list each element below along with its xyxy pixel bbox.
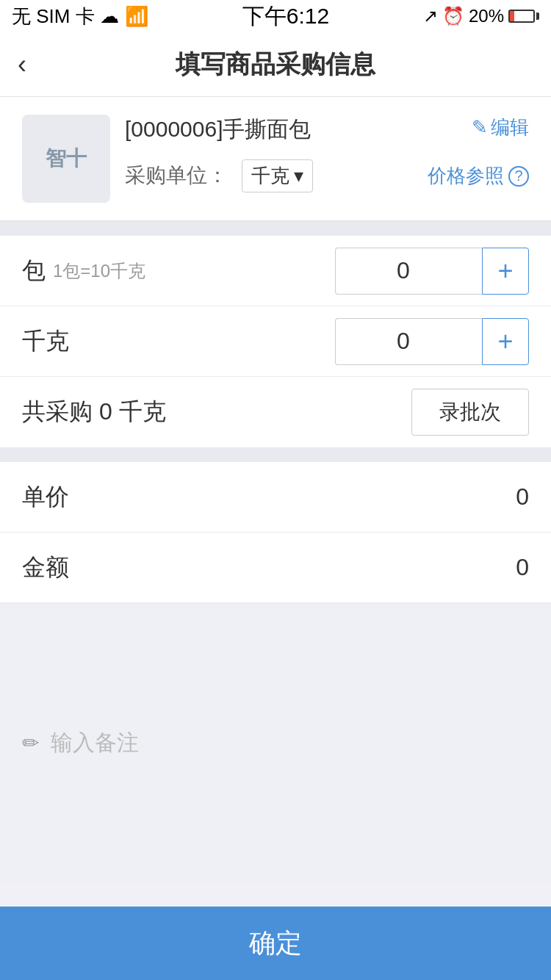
- unit-label-wrap: 采购单位： 千克 ▾: [125, 159, 313, 192]
- product-name-row: [0000006]手撕面包 ✎ 编辑: [125, 115, 529, 145]
- back-button[interactable]: ‹: [18, 49, 26, 80]
- price-section: 单价 0 金额 0: [0, 462, 551, 603]
- confirm-button[interactable]: 确定: [0, 907, 551, 980]
- notes-section[interactable]: ✏ 输入备注: [0, 603, 551, 882]
- row2-label: 千克: [22, 325, 335, 358]
- notes-placeholder: 输入备注: [51, 728, 139, 758]
- amount-value: 0: [516, 554, 529, 581]
- row2-input-wrap: +: [335, 318, 529, 365]
- price-ref-link[interactable]: 价格参照 ?: [428, 163, 529, 189]
- summary-row: 共采购 0 千克 录批次: [0, 377, 551, 447]
- status-left: 无 SIM 卡 ☁ 📶: [12, 4, 148, 29]
- unit-price-value: 0: [516, 483, 529, 511]
- product-card: 智十 [0000006]手撕面包 ✎ 编辑 采购单位： 千克 ▾ 价格参照 ?: [0, 97, 551, 221]
- input-row-bao: 包 1包=10千克 +: [0, 236, 551, 306]
- row1-hint: 1包=10千克: [53, 259, 145, 283]
- page-title: 填写商品采购信息: [176, 48, 375, 82]
- alarm-icon: ⏰: [442, 6, 464, 26]
- unit-row: 采购单位： 千克 ▾ 价格参照 ?: [125, 159, 529, 192]
- sim-label: 无 SIM 卡 ☁: [12, 4, 119, 29]
- amount-row: 金额 0: [0, 533, 551, 603]
- product-name: [0000006]手撕面包: [125, 115, 311, 145]
- batch-button[interactable]: 录批次: [411, 389, 529, 436]
- product-info: [0000006]手撕面包 ✎ 编辑 采购单位： 千克 ▾ 价格参照 ?: [125, 115, 529, 192]
- input-row-kg: 千克 +: [0, 306, 551, 377]
- row1-label: 包 1包=10千克: [22, 255, 335, 287]
- pencil-icon: ✏: [22, 731, 39, 755]
- edit-icon: ✎: [472, 116, 488, 139]
- unit-select[interactable]: 千克 ▾: [242, 159, 313, 192]
- row2-plus-button[interactable]: +: [482, 318, 529, 365]
- help-icon: ?: [508, 166, 529, 187]
- wifi-icon: 📶: [125, 5, 148, 28]
- chevron-down-icon: ▾: [294, 165, 303, 187]
- section-divider-1: [0, 221, 551, 236]
- product-thumbnail: 智十: [22, 115, 110, 203]
- section-divider-2: [0, 447, 551, 462]
- row1-input-wrap: +: [335, 248, 529, 295]
- battery-icon: [508, 10, 539, 23]
- row2-input[interactable]: [335, 318, 482, 365]
- unit-label: 采购单位：: [125, 164, 228, 187]
- row1-plus-button[interactable]: +: [482, 248, 529, 295]
- input-section: 包 1包=10千克 + 千克 + 共采购 0 千克 录批次: [0, 236, 551, 447]
- status-right: ↗ ⏰ 20%: [423, 6, 539, 26]
- unit-price-row: 单价 0: [0, 462, 551, 533]
- battery-percent: 20%: [469, 6, 504, 26]
- status-time: 下午6:12: [242, 1, 329, 32]
- unit-price-label: 单价: [22, 481, 69, 514]
- row1-input[interactable]: [335, 248, 482, 295]
- amount-label: 金额: [22, 552, 69, 584]
- nav-bar: ‹ 填写商品采购信息: [0, 32, 551, 97]
- summary-text: 共采购 0 千克: [22, 396, 166, 428]
- location-icon: ↗: [423, 6, 438, 26]
- status-bar: 无 SIM 卡 ☁ 📶 下午6:12 ↗ ⏰ 20%: [0, 0, 551, 32]
- edit-link[interactable]: ✎ 编辑: [472, 115, 529, 140]
